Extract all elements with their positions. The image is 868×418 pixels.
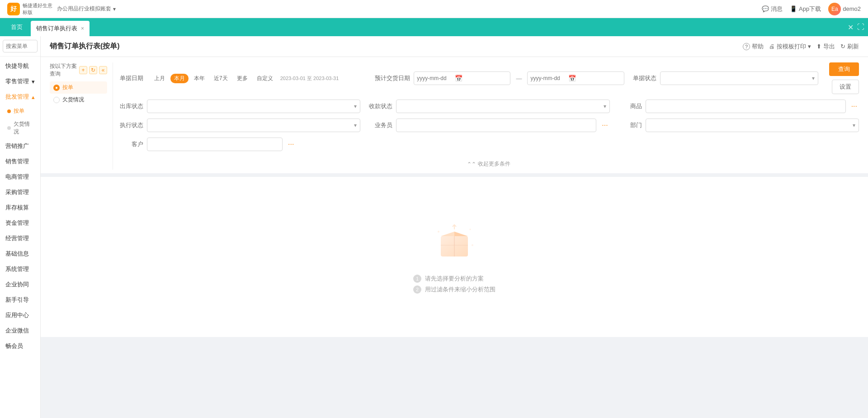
scheme-inactive-icon	[53, 97, 60, 103]
topbar-nav[interactable]: 办公用品行业模拟账套 ▾	[57, 5, 116, 13]
window-maximize-btn[interactable]: ⛶	[857, 23, 864, 31]
date-tab-custom[interactable]: 自定义	[253, 74, 277, 83]
refresh-scheme-btn[interactable]: ↻	[89, 66, 97, 74]
sidebar-item-quick-nav[interactable]: 快捷导航	[0, 58, 40, 74]
dept-label: 部门	[617, 121, 642, 129]
scheme-item-orders[interactable]: ● 按单	[50, 81, 107, 94]
add-scheme-btn[interactable]: +	[79, 66, 87, 74]
customer-input[interactable]	[147, 138, 283, 151]
sidebar-item-system[interactable]: 系统管理	[0, 261, 40, 277]
step-2-text: 用过滤条件来缩小分析范围	[425, 285, 495, 294]
customer-dots-btn[interactable]: ···	[286, 140, 296, 148]
sidebar-sub-item-debt[interactable]: 欠货情况	[0, 118, 40, 138]
expected-delivery-field: 预计交货日期 📅 — 📅	[375, 71, 624, 85]
calendar-to-icon[interactable]: 📅	[568, 75, 576, 82]
collapse-label: 收起更多条件	[478, 160, 510, 168]
logo-text: 畅捷通好生意 标版	[23, 2, 52, 15]
doc-status-label: 单据状态	[632, 74, 656, 82]
logo-icon: 好	[7, 3, 20, 15]
sidebar: 快捷导航 零售管理 ▾ 批发管理 ▴ 按单 欠货情况	[0, 36, 41, 418]
date-tab-this-year[interactable]: 本年	[190, 74, 208, 83]
topbar-right: 💬 消息 📱 App下载 Ea demo2	[762, 3, 861, 15]
collapse-bar[interactable]: ⌃⌃ 收起更多条件	[118, 157, 859, 170]
calendar-from-icon[interactable]: 📅	[455, 75, 462, 82]
sidebar-item-apps[interactable]: 应用中心	[0, 308, 40, 323]
refresh-icon: ↻	[840, 43, 845, 50]
tab-label: 销售订单执行表	[36, 24, 77, 33]
message-item[interactable]: 💬 消息	[762, 5, 783, 13]
delivery-date-from-input[interactable]	[417, 75, 453, 81]
sidebar-item-operations[interactable]: 经营管理	[0, 231, 40, 246]
sidebar-item-finance[interactable]: 资金管理	[0, 215, 40, 231]
tab-sales-order[interactable]: 销售订单执行表 ×	[31, 21, 90, 36]
page-actions: ? 帮助 🖨 按模板打印 ▾ ⬆ 导出 ↻ 刷新	[743, 43, 859, 51]
dept-select[interactable]	[646, 119, 859, 132]
refresh-button[interactable]: ↻ 刷新	[840, 43, 859, 51]
payment-status-select[interactable]	[396, 100, 609, 113]
nav-dropdown-icon[interactable]: ▾	[113, 6, 116, 12]
sidebar-item-enterprise[interactable]: 企业协同	[0, 277, 40, 292]
empty-illustration	[432, 220, 477, 266]
sidebar-item-marketing[interactable]: 营销推广	[0, 138, 40, 154]
salesperson-dots-btn[interactable]: ···	[600, 121, 609, 129]
date-tabs: 上月 本月 本年 近7天 更多 自定义	[151, 74, 277, 83]
payment-status-select-wrap	[396, 100, 609, 113]
sidebar-sub-item-orders[interactable]: 按单	[0, 104, 40, 118]
sidebar-item-wholesale[interactable]: 批发管理 ▴	[0, 89, 40, 104]
doc-status-select[interactable]	[660, 71, 818, 85]
sidebar-item-sales[interactable]: 销售管理	[0, 154, 40, 169]
app-download-item[interactable]: 📱 App下载	[790, 5, 821, 13]
date-tab-this-month[interactable]: 本月	[170, 74, 189, 83]
sidebar-item-inventory[interactable]: 库存核算	[0, 200, 40, 215]
date-range-hint: 2023-03-01 至 2023-03-31	[280, 75, 339, 82]
search-input[interactable]	[3, 40, 38, 52]
sidebar-item-newbie[interactable]: 新手引导	[0, 292, 40, 308]
scheme-header: 按以下方案查询 + ↻ «	[50, 62, 107, 78]
collapse-scheme-btn[interactable]: «	[99, 66, 107, 74]
sidebar-item-purchase[interactable]: 采购管理	[0, 185, 40, 200]
salesperson-input[interactable]	[396, 119, 596, 132]
date-tab-more[interactable]: 更多	[233, 74, 251, 83]
goods-field: 商品 ···	[617, 100, 859, 113]
sidebar-item-retail[interactable]: 零售管理 ▾	[0, 74, 40, 89]
goods-dots-btn[interactable]: ···	[849, 102, 859, 110]
print-icon: 🖨	[769, 43, 775, 50]
sidebar-item-basics[interactable]: 基础信息	[0, 246, 40, 261]
topbar-left: 好 畅捷通好生意 标版 办公用品行业模拟账套 ▾	[7, 2, 116, 15]
sidebar-wholesale-section: 批发管理 ▴ 按单 欠货情况	[0, 89, 40, 138]
sidebar-search-area	[0, 36, 40, 57]
step-2-num: 2	[413, 285, 421, 294]
settings-button[interactable]: 设置	[832, 80, 859, 94]
query-button[interactable]: 查询	[829, 62, 859, 76]
export-button[interactable]: ⬆ 导出	[816, 43, 835, 51]
sidebar-item-wechat[interactable]: 企业微信	[0, 323, 40, 338]
user-label: demo2	[843, 5, 861, 12]
empty-state: 1 请先选择要分析的方案 2 用过滤条件来缩小分析范围	[50, 184, 859, 330]
sidebar-item-ecommerce[interactable]: 电商管理	[0, 169, 40, 185]
scheme-item-debt[interactable]: 欠货情况	[50, 94, 107, 106]
goods-input[interactable]	[646, 100, 846, 113]
delivery-status-select[interactable]	[147, 100, 360, 113]
print-button[interactable]: 🖨 按模板打印 ▾	[769, 43, 811, 51]
user-item[interactable]: Ea demo2	[828, 3, 861, 15]
dept-select-wrap	[646, 119, 859, 132]
exec-status-select[interactable]	[147, 119, 360, 132]
date-tab-last-month[interactable]: 上月	[151, 74, 169, 83]
collapse-arrow-icon: ⌃⌃	[467, 161, 476, 167]
data-area: 1 请先选择要分析的方案 2 用过滤条件来缩小分析范围	[41, 177, 868, 337]
delivery-date-from-wrap: 📅	[414, 71, 510, 85]
expected-delivery-label: 预计交货日期	[375, 74, 410, 82]
window-close-btn[interactable]: ✕	[848, 23, 854, 32]
doc-status-field: 单据状态	[632, 71, 818, 85]
sidebar-item-member[interactable]: 畅会员	[0, 338, 40, 354]
content-area: 销售订单执行表(按单) ? 帮助 🖨 按模板打印 ▾ ⬆ 导出 ↻ 刷新	[41, 36, 868, 418]
inactive-dot-icon	[7, 126, 11, 130]
help-button[interactable]: ? 帮助	[743, 43, 764, 51]
print-dropdown-icon[interactable]: ▾	[808, 43, 811, 50]
delivery-status-label: 出库状态	[118, 102, 143, 110]
tab-close-icon[interactable]: ×	[81, 25, 84, 32]
delivery-date-to-input[interactable]	[530, 75, 566, 81]
app-icon: 📱	[790, 5, 797, 12]
date-tab-last7[interactable]: 近7天	[210, 74, 231, 83]
tab-home[interactable]: 首页	[4, 18, 30, 36]
